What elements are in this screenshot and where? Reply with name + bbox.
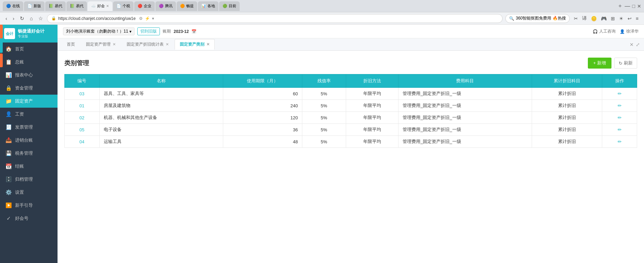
page-tabs: 首页 固定资产管理 ✕ 固定资产折旧统计表 ✕ 固定资产类别 ✕ ✕ ⤢: [58, 38, 644, 51]
site-info-icon[interactable]: ⚙: [139, 16, 143, 21]
undo-icon[interactable]: ↩: [626, 15, 633, 22]
scissors-icon[interactable]: ✂: [572, 15, 579, 22]
sidebar-item-settings-label: 设置: [15, 189, 24, 195]
cell-code-1[interactable]: 01: [65, 100, 100, 112]
sidebar-item-payroll[interactable]: 👤 工资: [0, 108, 58, 121]
sidebar-item-settings[interactable]: ⚙️ 设置: [0, 186, 58, 199]
add-button[interactable]: + 新增: [588, 58, 611, 69]
sidebar-item-fixed-assets[interactable]: 📁 固定资产: [0, 95, 58, 108]
browser-tab-yidai2[interactable]: 📗 易代: [66, 1, 87, 11]
browser-tab-gedi[interactable]: 📊 各地: [198, 1, 218, 11]
cell-action-0[interactable]: ✏: [602, 88, 637, 100]
account-selector[interactable]: 刘小艳演示账套（勿删勿动！）11 ▾: [63, 27, 135, 35]
sidebar-item-tax[interactable]: 💾 税务管理: [0, 147, 58, 160]
browser-tab-qiye[interactable]: 🔴 企业: [134, 1, 155, 11]
service-info[interactable]: 🎧 人工咨询: [593, 28, 616, 34]
sidebar-item-archive[interactable]: 🗄️ 归档管理: [0, 173, 58, 186]
edit-button-1[interactable]: ✏: [618, 103, 622, 108]
browser-close-icon[interactable]: ✕: [637, 3, 641, 9]
sidebar-menu: 🏠 首页 📋 总账 📊 报表中心 🔒 资金管理 📁 固定资产 👤 工资: [0, 43, 58, 263]
toolbar-icons: ✂ 译 🪙 🎮 ⊞ ☀ ↩ ≡: [572, 15, 640, 22]
left-bar-item-1[interactable]: [0, 25, 3, 38]
browser-menu-icon[interactable]: —: [625, 3, 630, 9]
sidebar-item-invoice[interactable]: 🧾 发票管理: [0, 121, 58, 134]
sidebar-item-closing[interactable]: 📆 结账: [0, 160, 58, 173]
browser-tab-tencent[interactable]: 🟣 腾讯: [155, 1, 176, 11]
sidebar-item-haohui-label: 好会号: [15, 215, 28, 222]
tax-icon: 💾: [5, 150, 12, 156]
grid-icon[interactable]: ⊞: [609, 15, 616, 22]
user-info[interactable]: 👤 徐泽华: [620, 28, 639, 34]
left-bar-item-2[interactable]: [0, 39, 3, 53]
left-bar-item-3[interactable]: [0, 53, 3, 67]
coin-icon[interactable]: 🪙: [590, 15, 598, 22]
switch-version-button[interactable]: 切到旧版: [137, 27, 160, 35]
sidebar-item-capital[interactable]: 🔒 资金管理: [0, 82, 58, 95]
bookmark-button[interactable]: ☆: [37, 15, 44, 22]
header-actions: + 新增 ↻ 刷新: [588, 58, 637, 69]
refresh-label: 刷新: [624, 60, 633, 66]
url-chevron-icon[interactable]: ▾: [152, 16, 154, 21]
refresh-button[interactable]: ↻ 刷新: [614, 58, 637, 69]
tab-fullscreen-icon[interactable]: ⤢: [636, 42, 640, 47]
new-tab-icon[interactable]: ＋: [617, 2, 623, 10]
account-chevron-icon: ▾: [129, 29, 131, 34]
cell-code-0[interactable]: 03: [65, 88, 100, 100]
cell-action-1[interactable]: ✏: [602, 100, 637, 112]
browser-restore-icon[interactable]: □: [632, 3, 635, 9]
sidebar-item-inventory[interactable]: 📥 进销台账: [0, 134, 58, 147]
cell-code-2[interactable]: 02: [65, 112, 100, 124]
browser-tab-haohui[interactable]: ☁️ 好会 ✕: [88, 1, 112, 11]
refresh-nav-button[interactable]: ↻: [18, 15, 26, 22]
cell-method-0: 年限平均: [346, 88, 399, 100]
cell-action-4[interactable]: ✏: [602, 136, 637, 148]
forward-button[interactable]: ›: [11, 15, 16, 22]
sidebar-item-haohui[interactable]: ✓ 好会号: [0, 212, 58, 225]
browser-tab-geshui[interactable]: 📄 个税: [113, 1, 134, 11]
tab-minimize-icon[interactable]: ✕: [630, 42, 634, 47]
url-text: https://cloud.chanjet.com/accounting/uw1…: [58, 16, 136, 21]
cell-code-4[interactable]: 04: [65, 136, 100, 148]
logo-text-block: 畅捷通好会计 专业版: [18, 28, 45, 39]
search-bar[interactable]: 🔍 360智能抠图免费用 🔥热搜: [505, 14, 569, 23]
browser-tab-new[interactable]: 📄 新版: [24, 1, 45, 11]
browser-tab-changt[interactable]: 🟠 畅提: [177, 1, 197, 11]
account-name: 刘小艳演示账套（勿删勿动！）11: [66, 28, 128, 34]
page-tab-depreciation-table-close[interactable]: ✕: [166, 42, 169, 47]
page-tab-home[interactable]: 首页: [62, 39, 80, 50]
cell-action-3[interactable]: ✏: [602, 124, 637, 136]
bolt-icon[interactable]: ⚡: [145, 16, 150, 21]
cell-action-2[interactable]: ✏: [602, 112, 637, 124]
more-icon[interactable]: ≡: [634, 15, 640, 22]
page-tab-fixed-mgmt[interactable]: 固定资产管理 ✕: [81, 39, 121, 50]
calendar-icon[interactable]: 📅: [191, 29, 197, 34]
page-tab-fixed-mgmt-close[interactable]: ✕: [113, 42, 116, 47]
cell-code-3[interactable]: 05: [65, 124, 100, 136]
col-action: 操作: [602, 74, 637, 88]
browser-tab-online[interactable]: 🔵 在线: [3, 1, 23, 11]
page-tab-depreciation-table[interactable]: 固定资产折旧统计表 ✕: [122, 39, 174, 50]
browser-tab-muqian[interactable]: 🟢 目前: [219, 1, 240, 11]
search-icon: 🔍: [509, 16, 514, 21]
translate-icon[interactable]: 译: [581, 15, 588, 22]
sidebar-item-ledger[interactable]: 📋 总账: [0, 56, 58, 69]
edit-button-3[interactable]: ✏: [618, 127, 622, 132]
back-button[interactable]: ‹: [4, 15, 9, 22]
url-bar[interactable]: 🔒 https://cloud.chanjet.com/accounting/u…: [47, 14, 503, 23]
secure-icon: 🔒: [51, 16, 56, 21]
edit-button-0[interactable]: ✏: [618, 91, 622, 96]
home-nav-button[interactable]: ⌂: [28, 15, 34, 22]
sidebar-item-reports[interactable]: 📊 报表中心: [0, 69, 58, 82]
browser-tab-bar: 🔵 在线 📄 新版 📗 易代 📗 易代 ☁️ 好会 ✕ 📄 个税 🔴 企业: [0, 0, 644, 12]
edit-button-4[interactable]: ✏: [618, 139, 622, 144]
page-tab-category[interactable]: 固定资产类别 ✕: [175, 39, 215, 50]
game-icon[interactable]: 🎮: [599, 15, 608, 22]
edit-button-2[interactable]: ✏: [618, 115, 622, 120]
payroll-icon: 👤: [5, 111, 12, 117]
browser-tab-yidai1[interactable]: 📗 易代: [45, 1, 66, 11]
sidebar-item-home[interactable]: 🏠 首页: [0, 43, 58, 56]
sidebar: 会计 畅捷通好会计 专业版 🏠 首页 📋 总账 📊 报表中心 🔒 资金管理: [0, 25, 58, 263]
sun-icon[interactable]: ☀: [618, 15, 625, 22]
sidebar-item-guide[interactable]: ▶️ 新手引导: [0, 199, 58, 212]
page-tab-category-close[interactable]: ✕: [206, 42, 210, 47]
